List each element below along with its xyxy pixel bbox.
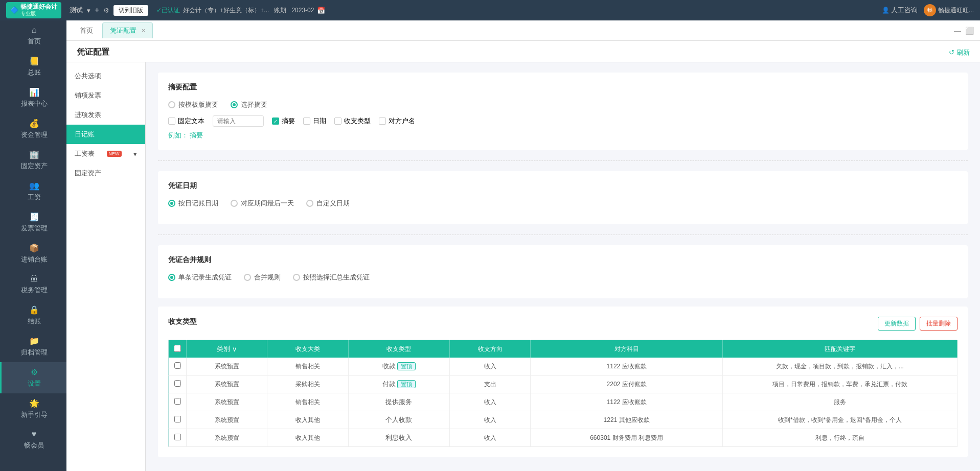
user-menu[interactable]: 畅 畅捷通旺旺... (924, 4, 974, 16)
row-2-account: 2202 应付账款 (531, 375, 723, 393)
left-nav-purchase-invoice[interactable]: 进项发票 (66, 105, 145, 125)
header-category: 类别 ∨ (187, 340, 267, 358)
sidebar-item-archive[interactable]: 📁 归档管理 (0, 331, 66, 362)
add-button[interactable]: + (95, 6, 99, 15)
right-content: 摘要配置 按模板版摘要 选择摘要 (146, 62, 980, 471)
checkbox-fixed-text[interactable]: 固定文本 (168, 116, 204, 126)
company-dropdown[interactable]: ▾ (87, 7, 90, 14)
sidebar-item-ledger[interactable]: 📒 总账 (0, 51, 66, 82)
radio-journal-date[interactable]: 按日记账日期 (168, 199, 218, 208)
header-account: 对方科目 (531, 340, 723, 358)
checkbox-counterpart[interactable]: 对方户名 (379, 116, 415, 126)
table-row: 系统预置 收入其他 利息收入 收入 660301 财务费用 利息费用 利息，行终… (169, 429, 958, 447)
radio-single-record[interactable]: 单条记录生成凭证 (168, 273, 232, 282)
row-checkbox-3 (169, 393, 187, 411)
row-checkbox-5 (169, 429, 187, 447)
period-last-dot (231, 200, 238, 207)
new-badge: NEW (107, 151, 122, 157)
left-nav-sales-invoice[interactable]: 销项发票 (66, 86, 145, 105)
page-body: 公共选项 销项发票 进项发票 日记账 工资表 NEW ▾ 固定资产 (66, 62, 980, 471)
row-5-checkbox[interactable] (174, 434, 181, 440)
row-5-category: 系统预置 (187, 429, 267, 447)
row-checkbox-4 (169, 411, 187, 429)
select-all-checkbox[interactable] (174, 345, 181, 352)
radio-period-last[interactable]: 对应期间最后一天 (231, 199, 294, 208)
sort-icon: ∨ (232, 345, 237, 353)
tab-bar: 首页 凭证配置 × — ⬜ (66, 20, 980, 41)
row-3-keywords: 服务 (722, 393, 957, 411)
table-header: 类别 ∨ 收支大类 收支类型 收支方向 对方科目 匹配关键字 (169, 340, 958, 358)
tab-expand-icon[interactable]: ⬜ (965, 27, 974, 35)
sidebar-item-fixed-assets[interactable]: 🏢 固定资产 (0, 145, 66, 176)
checkbox-summary[interactable]: ✓ 摘要 (272, 116, 295, 126)
income-expense-table: 类别 ∨ 收支大类 收支类型 收支方向 对方科目 匹配关键字 (168, 340, 958, 447)
row-1-account: 1122 应收账款 (531, 358, 723, 375)
left-nav-journal[interactable]: 日记账 (66, 125, 145, 144)
row-checkbox-1 (169, 358, 187, 375)
support-link[interactable]: 👤 人工咨询 (882, 6, 918, 15)
avatar: 畅 (924, 4, 936, 16)
sidebar-item-settings[interactable]: ⚙ 设置 (0, 362, 66, 393)
sidebar-item-member-label: 畅会员 (24, 441, 44, 450)
calendar-icon[interactable]: 📅 (317, 7, 325, 14)
left-nav-public[interactable]: 公共选项 (66, 66, 145, 86)
sidebar-item-fixed-assets-label: 固定资产 (21, 161, 48, 171)
radio-merge-rule[interactable]: 合并规则 (244, 273, 281, 282)
sidebar-item-tax[interactable]: 🏛 税务管理 (0, 269, 66, 300)
row-4-major: 收入其他 (267, 411, 348, 429)
radio-template-dot (168, 101, 175, 108)
sidebar-item-member[interactable]: ♥ 畅会员 (0, 425, 66, 455)
row-1-checkbox[interactable] (174, 362, 181, 369)
row-3-type: 提供服务 (348, 393, 449, 411)
merge-rules-section: 凭证合并规则 单条记录生成凭证 合并规则 按照选择汇总生成凭证 (158, 245, 968, 298)
logo-icon: 🔷 (10, 6, 18, 14)
row-4-keywords: 收到*借款，收到*备用金，退回*备用金，个人 (722, 411, 957, 429)
tab-close-button[interactable]: × (142, 27, 146, 34)
topbar: 🔷 畅捷通好会计 专业版 测试 ▾ + ⚙ 切到旧版 ✓已认证 好会计（专）+好… (0, 0, 980, 20)
username: 畅捷通旺旺... (938, 6, 974, 15)
sidebar-item-funds[interactable]: 💰 资金管理 (0, 113, 66, 145)
row-5-direction: 收入 (449, 429, 530, 447)
left-nav-wage-table[interactable]: 工资表 NEW ▾ (66, 144, 145, 163)
sidebar-item-purchase-sales[interactable]: 📦 进销台账 (0, 238, 66, 269)
radio-summary-gen[interactable]: 按照选择汇总生成凭证 (293, 273, 370, 282)
member-icon: ♥ (32, 430, 37, 439)
checkbox-date[interactable]: 日期 (303, 116, 326, 126)
header-major: 收支大类 (267, 340, 348, 358)
refresh-button[interactable]: ↺ 刷新 (949, 48, 970, 57)
logo-sub: 专业版 (20, 10, 57, 17)
batch-delete-button[interactable]: 批量删除 (920, 317, 958, 331)
checkbox-type[interactable]: 收支类型 (334, 116, 371, 126)
sidebar-item-reports[interactable]: 📊 报表中心 (0, 82, 66, 113)
sidebar-item-invoice-label: 发票管理 (21, 224, 48, 233)
table-row: 系统预置 收入其他 个人收款 收入 1221 其他应收款 收到*借款，收到*备用… (169, 411, 958, 429)
sidebar-item-invoice[interactable]: 🧾 发票管理 (0, 207, 66, 238)
radio-select[interactable]: 选择摘要 (231, 100, 267, 109)
tab-minimize-icon[interactable]: — (954, 27, 961, 35)
fixed-text-checkbox (168, 117, 175, 125)
tab-home[interactable]: 首页 (73, 23, 100, 38)
fixed-text-input[interactable] (213, 115, 264, 127)
reports-icon: 📊 (29, 87, 39, 97)
radio-custom-date[interactable]: 自定义日期 (306, 199, 350, 208)
sidebar-item-closing[interactable]: 🔒 结账 (0, 300, 66, 331)
sidebar-item-home[interactable]: ⌂ 首页 (0, 20, 66, 51)
row-2-direction: 支出 (449, 375, 530, 393)
sidebar-item-guide[interactable]: 🌟 新手引导 (0, 393, 66, 425)
row-3-checkbox[interactable] (174, 398, 181, 405)
switch-old-version-button[interactable]: 切到旧版 (113, 5, 148, 16)
row-4-checkbox[interactable] (174, 416, 181, 422)
table-body: 系统预置 销售相关 收款 置顶 收入 1122 应收账款 欠款，现金，项目款，到… (169, 358, 958, 447)
settings-topbar-icon[interactable]: ⚙ (103, 7, 109, 14)
sidebar-item-ledger-label: 总账 (28, 68, 41, 77)
main-layout: ⌂ 首页 📒 总账 📊 报表中心 💰 资金管理 🏢 固定资产 👥 工资 🧾 发票… (0, 20, 980, 471)
update-data-button[interactable]: 更新数据 (878, 317, 916, 331)
date-checkbox (303, 117, 310, 125)
left-nav-fixed-assets[interactable]: 固定资产 (66, 163, 145, 183)
tab-voucher-config[interactable]: 凭证配置 × (102, 22, 153, 38)
radio-template[interactable]: 按模板版摘要 (168, 100, 218, 109)
content-area: 首页 凭证配置 × — ⬜ 凭证配置 ↺ 刷新 公共选项 (66, 20, 980, 471)
sidebar-item-payroll[interactable]: 👥 工资 (0, 176, 66, 207)
row-2-checkbox[interactable] (174, 380, 181, 387)
topbar-right: 👤 人工咨询 畅 畅捷通旺旺... (882, 4, 974, 16)
